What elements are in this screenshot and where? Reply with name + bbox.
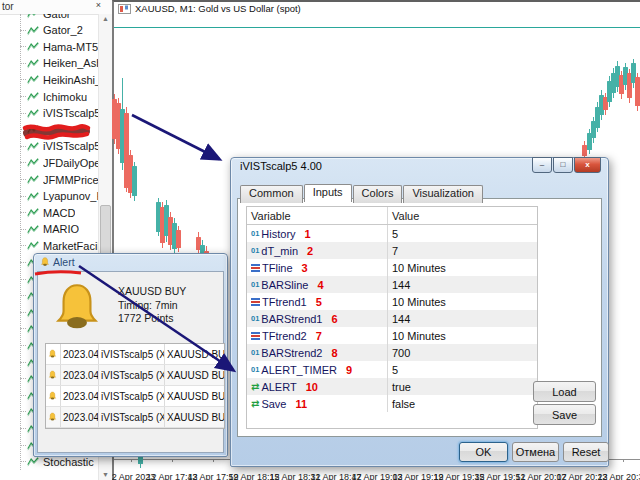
scroll-up-icon[interactable]: ▲: [99, 15, 112, 22]
column-header-value: Value: [388, 207, 537, 224]
sidebar-item-macd[interactable]: MACD: [0, 205, 99, 220]
sidebar-item-jfdailyopenline[interactable]: JFDailyOpenLine: [0, 155, 99, 170]
sidebar-item-jfmmprice[interactable]: JFMMPrice: [0, 172, 99, 187]
alert-row-source: iVISTscalp5 (XAU...: [99, 344, 165, 364]
input-row-save[interactable]: ⇄Save11false: [247, 395, 537, 412]
axis-tick: [172, 459, 173, 462]
variable-value[interactable]: false: [388, 395, 537, 412]
variable-value[interactable]: 10 Minutes: [388, 327, 537, 344]
input-row-barstrend1[interactable]: 01BARStrend16144: [247, 310, 537, 327]
sidebar-item-ivistscalp5[interactable]: iVISTscalp5: [0, 106, 99, 121]
variable-value[interactable]: 7: [388, 242, 537, 259]
input-row-tftrend1[interactable]: TFtrend1510 Minutes: [247, 293, 537, 310]
sidebar-item-heiken-ashi[interactable]: Heiken_Ashi: [0, 56, 99, 71]
variable-value[interactable]: 5: [388, 225, 537, 242]
alert-row[interactable]: 2023.04....iVISTscalp5 (XAU...XAUUSD BUY: [46, 386, 224, 407]
cancel-button[interactable]: Отмена: [512, 442, 559, 462]
input-row-barsline[interactable]: 01BARSline4144: [247, 276, 537, 293]
red-step-marker: 1: [305, 228, 311, 240]
tab-visualization[interactable]: Visualization: [403, 185, 483, 203]
alert-symbol-text: XAUUSD BUY: [118, 285, 186, 297]
sidebar-item-label: Ichimoku: [43, 91, 87, 103]
close-button[interactable]: x: [574, 157, 601, 173]
minimize-button[interactable]: –: [532, 157, 552, 173]
sidebar-item-ichimoku[interactable]: Ichimoku: [0, 89, 99, 104]
scrollbar-thumb[interactable]: [100, 205, 111, 257]
variable-name: ALERT: [261, 381, 296, 393]
maximize-button[interactable]: □: [553, 157, 573, 173]
bell-icon: [46, 407, 61, 427]
sidebar-item-label: MarketFacilitationIn: [43, 240, 99, 252]
bell-icon: [51, 281, 103, 335]
window-controls: – □ x: [532, 157, 601, 173]
indicator-icon: [27, 207, 40, 218]
reset-button[interactable]: Reset: [563, 442, 609, 462]
indicator-icon: [27, 74, 40, 85]
sidebar-item-label: Lyapunov_HP: [43, 190, 99, 202]
dialog-tabs: CommonInputsColorsVisualization: [240, 184, 484, 202]
close-icon[interactable]: ×: [93, 0, 104, 11]
alert-row-time: 2023.04....: [61, 344, 99, 364]
sidebar-item-label: JFDailyOpenLine: [43, 157, 99, 169]
axis-tick: [623, 459, 624, 462]
load-button[interactable]: Load: [533, 381, 596, 402]
alert-row[interactable]: 2023.04....iVISTscalp5 (XAU...XAUUSD BUY: [46, 407, 224, 428]
variable-value[interactable]: 144: [388, 276, 537, 293]
variable-name: History: [261, 228, 295, 240]
sidebar-item-gator-2[interactable]: Gator_2: [0, 23, 99, 38]
tab-common[interactable]: Common: [240, 185, 303, 203]
alert-row-source: iVISTscalp5 (XAU...: [99, 365, 165, 385]
input-row-tftrend2[interactable]: TFtrend2710 Minutes: [247, 327, 537, 344]
red-step-marker: 5: [316, 296, 322, 308]
indicator-icon: [27, 14, 40, 19]
scroll-down-icon[interactable]: ▼: [99, 471, 112, 478]
alert-row-time: 2023.04....: [61, 386, 99, 406]
sidebar-item-lyapunov-hp[interactable]: Lyapunov_HP: [0, 189, 99, 204]
tab-colors[interactable]: Colors: [353, 185, 403, 203]
sidebar-item-redacted[interactable]: [0, 122, 99, 137]
variable-value[interactable]: true: [388, 378, 537, 395]
sidebar-item-hama-mt5[interactable]: Hama-MT5: [0, 39, 99, 54]
input-row-history[interactable]: 01History15: [247, 225, 537, 242]
input-row-dt-min[interactable]: 01dT_min27: [247, 242, 537, 259]
input-row-alert-timer[interactable]: 01ALERT_TIMER95: [247, 361, 537, 378]
sidebar-item-mario[interactable]: MARIO: [0, 222, 99, 237]
alert-history-table: 2023.04....iVISTscalp5 (XAU...XAUUSD BUY…: [45, 343, 225, 429]
alert-row-event: XAUUSD BUY: [165, 391, 224, 402]
sidebar-item-heikinashi-sepwnd[interactable]: HeikinAshi_SepWnd: [0, 72, 99, 87]
indicator-icon: [27, 25, 40, 36]
alert-row-event: XAUUSD BUY: [165, 412, 224, 423]
variable-value[interactable]: 144: [388, 310, 537, 327]
variable-value[interactable]: 10 Minutes: [388, 259, 537, 276]
indicator-icon: [27, 91, 40, 102]
sidebar-item-marketfacilitationin[interactable]: MarketFacilitationIn: [0, 238, 99, 253]
alert-row[interactable]: 2023.04....iVISTscalp5 (XAU...XAUUSD BUY: [46, 344, 224, 365]
axis-tick: [213, 459, 214, 462]
integer-type-icon: 01: [251, 348, 259, 357]
bell-icon: [46, 344, 61, 364]
red-step-marker: 6: [332, 313, 338, 325]
bell-icon: [46, 386, 61, 406]
bell-icon: [40, 257, 50, 267]
variable-value[interactable]: 10 Minutes: [388, 293, 537, 310]
alert-window: Alert XAUUSD BUY Timing: 7min 1772 Point…: [33, 253, 228, 457]
red-step-marker: 3: [302, 262, 308, 274]
input-row-barstrend2[interactable]: 01BARStrend28700: [247, 344, 537, 361]
variable-value[interactable]: 5: [388, 361, 537, 378]
sidebar-item-label: HeikinAshi_SepWnd: [43, 74, 99, 86]
alert-row[interactable]: 2023.04....iVISTscalp5 (XAU...XAUUSD BUY: [46, 365, 224, 386]
navigator-header: tor ×: [0, 0, 112, 15]
sidebar-item-gator[interactable]: Gator: [0, 14, 99, 21]
alert-titlebar[interactable]: Alert: [34, 254, 227, 270]
input-row-tfline[interactable]: TFline310 Minutes: [247, 259, 537, 276]
variable-value[interactable]: 700: [388, 344, 537, 361]
tab-inputs[interactable]: Inputs: [304, 184, 352, 202]
inputs-table-header: VariableValue: [247, 207, 537, 225]
variable-name: Save: [261, 398, 286, 410]
sidebar-item-ivistscalp5-patern[interactable]: iVISTscalp5_patern: [0, 139, 99, 154]
save-button[interactable]: Save: [533, 404, 596, 425]
indicator-icon: [27, 157, 40, 168]
alert-points-text: 1772 Points: [118, 312, 173, 324]
input-row-alert[interactable]: ⇄ALERT10true: [247, 378, 537, 395]
ok-button[interactable]: OK: [459, 442, 508, 462]
